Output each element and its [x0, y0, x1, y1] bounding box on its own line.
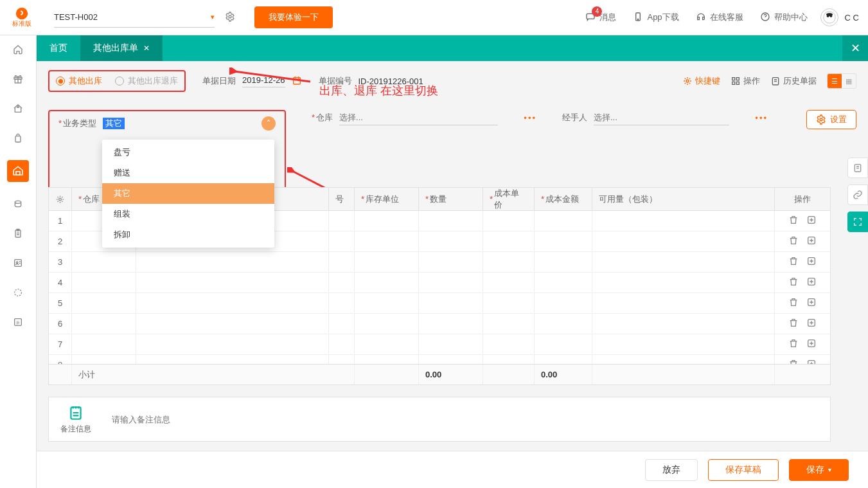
cell-qty[interactable]: [419, 273, 483, 293]
cell-qty[interactable]: [419, 293, 483, 313]
discard-button[interactable]: 放弃: [645, 459, 698, 481]
add-icon[interactable]: [806, 318, 817, 330]
cell-qty[interactable]: [419, 211, 483, 231]
delete-icon[interactable]: [788, 338, 799, 350]
close-all-tabs[interactable]: ✕: [842, 35, 868, 61]
cell-unit[interactable]: [355, 273, 419, 293]
cell-qty[interactable]: [419, 314, 483, 334]
sidebar-new-icon[interactable]: 新: [10, 314, 26, 330]
try-button[interactable]: 我要体验一下: [254, 6, 333, 28]
more-icon[interactable]: •••: [524, 113, 536, 123]
add-icon[interactable]: [806, 215, 817, 227]
remarks-input[interactable]: [111, 414, 819, 425]
table-row[interactable]: 6: [49, 314, 830, 334]
handler-input[interactable]: [594, 110, 729, 125]
cell-unit[interactable]: [355, 314, 419, 334]
save-draft-button[interactable]: 保存草稿: [708, 459, 779, 481]
sidebar-clipboard-icon[interactable]: [10, 226, 26, 241]
cell-amount[interactable]: [535, 252, 592, 272]
delete-icon[interactable]: [788, 215, 799, 227]
rail-link-icon[interactable]: [847, 185, 868, 205]
cell-warehouse[interactable]: [72, 252, 136, 272]
cell-qty[interactable]: [419, 355, 483, 364]
cell-hao[interactable]: [329, 334, 355, 354]
add-icon[interactable]: [806, 359, 817, 364]
rail-expand-icon[interactable]: [847, 212, 868, 232]
more-icon[interactable]: •••: [755, 113, 768, 123]
cell-price[interactable]: [483, 252, 535, 272]
view-toggle[interactable]: ☰ ▦: [827, 73, 856, 89]
delete-icon[interactable]: [788, 318, 799, 330]
cell-amount[interactable]: [535, 355, 592, 364]
chevron-up-icon[interactable]: ˄: [261, 116, 276, 131]
gear-icon[interactable]: [225, 12, 235, 24]
delete-icon[interactable]: [788, 235, 799, 248]
delete-icon[interactable]: [788, 276, 799, 289]
hotkey-tool[interactable]: 快捷键: [682, 75, 720, 87]
cell-hao[interactable]: [329, 314, 355, 334]
sidebar-sale-icon[interactable]: [10, 131, 26, 146]
sidebar-purchase-icon[interactable]: [10, 101, 26, 116]
cell-hao[interactable]: [329, 355, 355, 364]
cell-unit[interactable]: [355, 252, 419, 272]
cell-unit[interactable]: [355, 231, 419, 251]
add-icon[interactable]: [806, 276, 817, 289]
cell-unit[interactable]: [355, 355, 419, 364]
cell-amount[interactable]: [535, 211, 592, 231]
cell-hao[interactable]: [329, 252, 355, 272]
cell-qty[interactable]: [419, 334, 483, 354]
tab-outbound[interactable]: 其他出库单 ✕: [80, 35, 163, 61]
tab-home[interactable]: 首页: [37, 35, 80, 61]
calendar-icon[interactable]: [292, 75, 302, 87]
cell-price[interactable]: [483, 334, 535, 354]
cell-qty[interactable]: [419, 231, 483, 251]
cell-price[interactable]: [483, 314, 535, 334]
org-select[interactable]: TEST-H002 ▾: [54, 7, 215, 28]
app-download-link[interactable]: App下载: [633, 12, 678, 24]
list-view-icon[interactable]: ☰: [828, 74, 842, 88]
cell-hao[interactable]: [329, 273, 355, 293]
grid-view-icon[interactable]: ▦: [842, 74, 856, 88]
sidebar-finance-icon[interactable]: [10, 196, 26, 212]
cell-amount[interactable]: [535, 273, 592, 293]
add-icon[interactable]: [806, 256, 817, 268]
dropdown-item[interactable]: 其它: [102, 183, 274, 204]
table-row[interactable]: 7: [49, 334, 830, 355]
dropdown-item[interactable]: 拆卸: [102, 224, 274, 245]
cell-amount[interactable]: [535, 293, 592, 313]
messages-link[interactable]: 消息 4: [585, 12, 616, 24]
save-button[interactable]: 保存 ▾: [789, 459, 849, 481]
sidebar-loading-icon[interactable]: [10, 285, 26, 300]
cell-amount[interactable]: [535, 231, 592, 251]
sidebar-home-icon[interactable]: [10, 42, 26, 57]
cell-hao[interactable]: [329, 211, 355, 231]
close-icon[interactable]: ✕: [143, 44, 150, 53]
add-icon[interactable]: [806, 338, 817, 350]
cell-warehouse[interactable]: [72, 273, 136, 293]
add-icon[interactable]: [806, 297, 817, 309]
user-area[interactable]: C C: [820, 8, 859, 26]
table-row[interactable]: 3: [49, 252, 830, 273]
radio-outbound[interactable]: 其他出库: [56, 75, 102, 87]
help-link[interactable]: 帮助中心: [760, 12, 808, 24]
dropdown-item[interactable]: 赠送: [102, 163, 274, 183]
table-row[interactable]: 4: [49, 273, 830, 293]
table-row[interactable]: 8: [49, 355, 830, 364]
cell-warehouse[interactable]: [72, 355, 136, 364]
cell-unit[interactable]: [355, 293, 419, 313]
add-icon[interactable]: [806, 235, 817, 248]
table-row[interactable]: 5: [49, 293, 830, 314]
cell-warehouse[interactable]: [72, 293, 136, 313]
cell-unit[interactable]: [355, 334, 419, 354]
cell-price[interactable]: [483, 293, 535, 313]
actions-tool[interactable]: 操作: [731, 75, 760, 87]
biz-type-value[interactable]: 其它: [103, 118, 125, 129]
cell-warehouse[interactable]: [72, 314, 136, 334]
col-gear[interactable]: [49, 188, 72, 210]
history-tool[interactable]: 历史单据: [770, 75, 817, 87]
cell-warehouse[interactable]: [72, 334, 136, 354]
rail-note-icon[interactable]: [847, 158, 868, 178]
service-link[interactable]: 在线客服: [696, 12, 743, 24]
cell-amount[interactable]: [535, 314, 592, 334]
dropdown-item[interactable]: 盘亏: [102, 142, 274, 163]
